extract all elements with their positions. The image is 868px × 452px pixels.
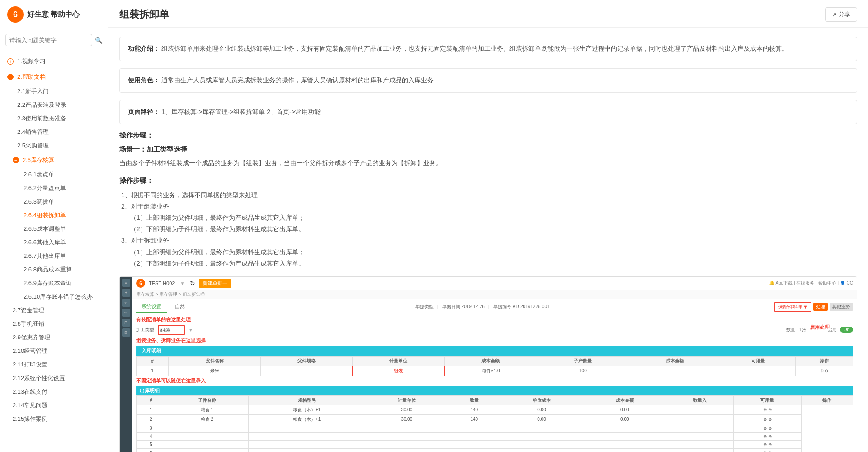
search-area: 🔍 xyxy=(0,29,108,51)
mock-doc-info: 单据类型 | 单据日期 2019-12-26 | 单据编号 AD-2019122… xyxy=(415,304,550,310)
sidebar-item-stockquery[interactable]: 2.6.9库存账本查询 xyxy=(0,276,108,290)
mock-tab-active: 系统设置 xyxy=(136,301,167,313)
screenshot-mockup: ≡ + ↩ ↪ ⊡ ⊞ 6 TEST-H002 ▼ ↻ 新建单据一 xyxy=(119,276,857,452)
step3-sub2: （2）下部明细为子件明细，最终作为产成品生成其它入库单。 xyxy=(119,258,857,269)
page-title: 组装拆卸单 xyxy=(119,8,169,21)
th-no: # xyxy=(137,395,165,405)
sidebar-item-coupon[interactable]: 2.9优惠券管理 xyxy=(0,331,108,344)
logo-text: 好生意 帮助中心 xyxy=(27,10,80,19)
sidebar-item-docs[interactable]: − 2.帮助文档 xyxy=(0,69,108,85)
side-icon-3: ↩ xyxy=(122,299,130,307)
annotation-row3: 不固定清单可以随便在这里录入 xyxy=(132,376,857,386)
th-unit-cost: 单位成本 xyxy=(500,395,583,405)
sidebar-nav: + 1.视频学习 − 2.帮助文档 2.1新手入门 2.2产品安装及登录 2.3… xyxy=(0,51,108,452)
sidebar-item-partstock[interactable]: 2.6.2分量盘点单 xyxy=(0,181,108,195)
mock-tab-natural: 自然 xyxy=(170,301,190,313)
parent-table-area: 入库明细 # 父件名称 父件规格 计量单位 成本金额 子产数量 xyxy=(132,346,857,376)
main-header: 组装拆卸单 ↗ 分享 xyxy=(108,0,868,28)
sidebar-item-label: 1.视频学习 xyxy=(17,57,46,66)
share-icon: ↗ xyxy=(832,11,837,18)
sidebar-item-new[interactable]: 2.1新手入门 xyxy=(0,85,108,98)
sidebar-item-assembly[interactable]: 2.6.4组装拆卸单 xyxy=(0,209,108,222)
on-toggle: On xyxy=(840,327,853,333)
search-input[interactable] xyxy=(5,34,92,46)
th-name: 父件名称 xyxy=(169,356,260,366)
plus-icon: + xyxy=(7,58,14,65)
parent-table: # 父件名称 父件规格 计量单位 成本金额 子产数量 成本金额 可用量 操作 xyxy=(136,356,853,376)
sidebar-item-online[interactable]: 2.13在线支付 xyxy=(0,385,108,399)
path-text: 1、库存核算->库存管理->组装拆卸单 2、首页->常用功能 xyxy=(161,108,321,115)
sidebar-item-custom[interactable]: 2.12系统个性化设置 xyxy=(0,371,108,385)
sidebar-item-costrecalc[interactable]: 2.6.8商品成本重算 xyxy=(0,263,108,276)
step3-sub1: （1）上部明细为父件明细，最终作为原材料生成其它出库单； xyxy=(119,247,857,258)
th-child-qty: 数量 xyxy=(448,395,500,405)
sidebar-item-mobile[interactable]: 2.8手机旺铺 xyxy=(0,317,108,331)
share-button[interactable]: ↗ 分享 xyxy=(825,7,857,22)
sidebar-item-inother[interactable]: 2.6.6其他入库单 xyxy=(0,236,108,249)
th-ops: 操作 xyxy=(796,356,853,366)
sidebar-item-cases[interactable]: 2.15操作案例 xyxy=(0,412,108,426)
table-row: 1 米米 组装 每件×1.0 100 ⊕ ⊖ xyxy=(137,366,853,376)
sidebar-item-stockcheck[interactable]: 2.6.1盘点单 xyxy=(0,168,108,181)
sidebar-item-adjust[interactable]: 2.6.3调拨单 xyxy=(0,195,108,209)
annotation-row2: 组装业务、拆卸业务在这里选择 xyxy=(132,337,857,346)
sidebar-item-video[interactable]: + 1.视频学习 xyxy=(0,54,108,69)
sidebar-item-costadj[interactable]: 2.6.5成本调整单 xyxy=(0,222,108,236)
intro-block: 功能介绍： 组装拆卸单用来处理企业组装或拆卸等加工业务，支持有固定装配清单的产品… xyxy=(119,37,857,61)
mock-topbar-extras: 🔔 App下载 | 在线服务 | 帮助中心 | 👤 CC xyxy=(769,280,853,286)
step2-sub2: （2）下部明细为子件明细，最终作为原材料生成其它出库单。 xyxy=(119,224,857,235)
sidebar-item-inventory[interactable]: − 2.6库存核算 xyxy=(0,152,108,168)
th-available: 可用量 xyxy=(721,356,796,366)
mock-process-btn: 处理 xyxy=(813,303,828,311)
sidebar-item-outother[interactable]: 2.6.7其他出库单 xyxy=(0,249,108,263)
annotation-text2: 组装业务、拆卸业务在这里选择 xyxy=(136,338,206,343)
sidebar-item-print[interactable]: 2.11打印设置 xyxy=(0,358,108,371)
sidebar-item-faq[interactable]: 2.14常见问题 xyxy=(0,399,108,412)
annotation-row1: 有装配清单的在这里处理 xyxy=(132,315,857,323)
td-spec xyxy=(260,366,352,376)
sidebar-item-stockerr[interactable]: 2.6.10库存账本错了怎么办 xyxy=(0,290,108,304)
mock-logo: 6 xyxy=(136,279,145,288)
sidebar-item-install[interactable]: 2.2产品安装及登录 xyxy=(0,98,108,112)
th-spec: 父件规格 xyxy=(260,356,352,366)
child-table-area: 出库明细 # 子件名称 规格型号 计量单位 数量 单位成本 xyxy=(132,386,857,452)
parent-table-header: 入库明细 xyxy=(136,346,853,356)
td-cost1: 每件×1.0 xyxy=(444,366,537,376)
logo-icon: 6 xyxy=(7,6,24,23)
side-icon-5: ⊡ xyxy=(122,319,130,327)
child-table-row: 4⊕ ⊖ xyxy=(137,432,853,440)
td-unit: 组装 xyxy=(353,366,444,376)
step3: 3、对于拆卸业务 xyxy=(119,235,857,246)
th-sub-qty: 子产数量 xyxy=(537,356,629,366)
type-label: 加工类型 xyxy=(136,327,154,333)
minus-icon: − xyxy=(7,74,14,80)
scene1-title: 场景一：加工类型选择 xyxy=(119,145,857,154)
mock-window-inner: ≡ + ↩ ↪ ⊡ ⊞ 6 TEST-H002 ▼ ↻ 新建单据一 xyxy=(120,277,857,452)
th-child-name: 子件名称 xyxy=(165,395,249,405)
annotation-assembly-list: 选配件料单▼ xyxy=(774,302,811,312)
mock-breadcrumb: 库存核算 > 库存管理 > 组装拆卸单 xyxy=(132,290,857,299)
th-no: # xyxy=(137,356,169,366)
minus-icon-inv: − xyxy=(13,157,19,163)
child-table-row: 2 粮食 2 粮食（木）+1 30.00 140 0.00 0.00 ⊕ ⊖ xyxy=(137,414,853,424)
mock-doc-toolbar: 系统设置 自然 单据类型 | 单据日期 2019-12-26 | 单据编号 AD… xyxy=(132,299,857,315)
sidebar-item-ops[interactable]: 2.10经营管理 xyxy=(0,344,108,358)
child-table-row: 5⊕ ⊖ xyxy=(137,440,853,448)
sidebar-item-finance[interactable]: 2.7资金管理 xyxy=(0,304,108,317)
path-block: 页面路径： 1、库存核算->库存管理->组装拆卸单 2、首页->常用功能 xyxy=(119,100,857,124)
search-icon[interactable]: 🔍 xyxy=(95,37,103,44)
th-qty-in: 数量入 xyxy=(666,395,734,405)
share-label: 分享 xyxy=(839,10,850,19)
annotation-text1: 有装配清单的在这里处理 xyxy=(136,316,191,323)
side-icon-6: ⊞ xyxy=(122,328,130,337)
mock-refresh-icon: ↻ xyxy=(190,280,195,287)
th-child-unit: 计量单位 xyxy=(365,395,448,405)
sidebar-item-label: 2.6库存核算 xyxy=(23,156,54,164)
sidebar-item-purchase[interactable]: 2.5采购管理 xyxy=(0,139,108,152)
sidebar-item-prepare[interactable]: 2.3使用前数据准备 xyxy=(0,112,108,125)
sidebar-item-sales[interactable]: 2.4销售管理 xyxy=(0,125,108,139)
th-unit: 计量单位 xyxy=(353,356,444,366)
th-cost2: 成本金额 xyxy=(629,356,721,366)
steps-label: 操作步骤： xyxy=(119,176,857,185)
scene1-desc: 当由多个子件材料组装成一个成品的业务为【组装】业务，当由一个父件拆分成多个子产品… xyxy=(119,157,857,169)
